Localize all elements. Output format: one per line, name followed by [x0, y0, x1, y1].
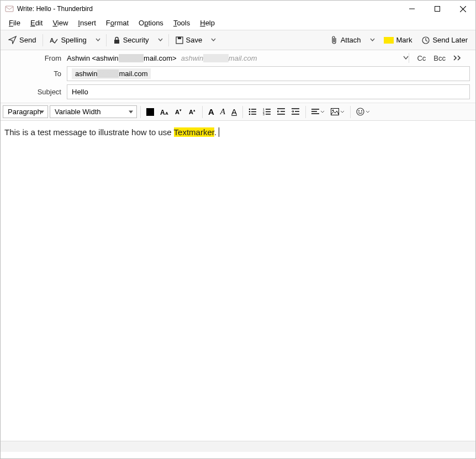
to-field[interactable]: ashwinxxxxxxmail.com — [67, 66, 470, 81]
svg-rect-2 — [435, 7, 440, 12]
chevron-down-icon — [366, 110, 370, 114]
menu-format[interactable]: Format — [101, 17, 134, 30]
outdent-button[interactable] — [275, 106, 288, 117]
window-title: Write: Hello - Thunderbird — [17, 5, 399, 13]
svg-rect-0 — [6, 6, 13, 12]
cc-button[interactable]: Cc — [417, 54, 426, 62]
send-icon — [8, 36, 17, 44]
window-controls — [399, 1, 475, 17]
subject-label: Subject — [6, 88, 67, 96]
font-larger-button[interactable]: A▴ — [187, 106, 199, 118]
svg-rect-37 — [331, 109, 339, 115]
spelling-dropdown[interactable] — [92, 35, 104, 45]
menu-file[interactable]: File — [4, 17, 25, 30]
send-button[interactable]: Send — [4, 33, 40, 47]
address-block: From Ashwin <ashwinxxxxxxxmail.com> ashw… — [1, 50, 475, 103]
highlighted-text: Textmarker — [174, 127, 214, 137]
svg-rect-8 — [178, 37, 181, 39]
bcc-button[interactable]: Bcc — [433, 54, 446, 62]
align-icon — [311, 109, 319, 115]
svg-text:▾: ▾ — [179, 108, 182, 112]
svg-text:A: A — [50, 37, 54, 44]
smiley-icon — [356, 108, 364, 116]
chevron-down-icon[interactable] — [403, 55, 409, 61]
font-smaller-icon: A▾ — [175, 108, 183, 116]
security-dropdown[interactable] — [155, 35, 166, 45]
svg-text:A: A — [160, 109, 165, 116]
attach-dropdown[interactable] — [367, 35, 378, 45]
spellcheck-icon: A — [50, 36, 58, 44]
menu-help[interactable]: Help — [195, 17, 220, 30]
outdent-icon — [277, 108, 285, 115]
insert-image-button[interactable] — [329, 106, 347, 117]
indent-button[interactable] — [289, 106, 302, 117]
menu-tools[interactable]: Tools — [168, 17, 195, 30]
chevron-down-icon — [211, 38, 216, 42]
font-smaller-button[interactable]: A▾ — [173, 106, 185, 118]
chevron-down-icon — [340, 110, 345, 114]
minimize-button[interactable] — [399, 1, 425, 17]
spelling-button[interactable]: A Spelling — [45, 33, 91, 47]
bold-icon: A — [208, 107, 214, 116]
close-button[interactable] — [450, 1, 475, 17]
svg-text:A: A — [175, 109, 179, 115]
chevron-down-icon — [96, 38, 101, 42]
save-button[interactable]: Save — [171, 33, 207, 47]
italic-button[interactable]: A — [218, 105, 228, 118]
toolbar: Send A Spelling Security Save Attach Mar… — [1, 30, 475, 50]
menu-view[interactable]: View — [47, 17, 73, 30]
paragraph-style-select[interactable]: Paragraph — [3, 105, 48, 118]
svg-text:▴: ▴ — [193, 108, 195, 112]
bullet-list-button[interactable] — [246, 106, 259, 117]
to-row: To ashwinxxxxxxmail.com — [6, 66, 470, 81]
titlebar: Write: Hello - Thunderbird — [1, 1, 475, 17]
svg-point-39 — [357, 108, 364, 115]
send-later-button[interactable]: Send Later — [417, 33, 472, 47]
clock-icon — [422, 36, 430, 44]
font-size-icon: AA — [160, 108, 169, 116]
number-list-icon: 123 — [263, 108, 271, 115]
maximize-button[interactable] — [425, 1, 450, 17]
svg-point-41 — [361, 110, 362, 111]
separator — [106, 34, 107, 46]
align-button[interactable] — [309, 107, 327, 117]
paperclip-icon — [330, 36, 338, 45]
svg-point-40 — [358, 110, 359, 111]
indent-icon — [292, 108, 300, 115]
chevron-down-icon — [370, 38, 375, 42]
svg-point-38 — [332, 110, 334, 111]
save-icon — [176, 36, 183, 44]
body-text: This is a test message to illustrate how… — [4, 127, 174, 137]
mark-button[interactable]: Mark — [379, 33, 417, 47]
svg-point-20 — [249, 114, 251, 115]
underline-button[interactable]: A — [229, 105, 239, 118]
number-list-button[interactable]: 123 — [261, 106, 273, 117]
separator — [168, 34, 169, 46]
menu-edit[interactable]: Edit — [25, 17, 47, 30]
expand-icon[interactable] — [453, 55, 463, 61]
from-value[interactable]: Ashwin <ashwinxxxxxxxmail.com> ashwinxxx… — [67, 54, 409, 62]
subject-field[interactable]: Hello — [67, 84, 470, 99]
text-color-button[interactable] — [146, 108, 154, 116]
recipient-type-buttons: Cc Bcc — [409, 53, 470, 63]
chevron-down-icon — [158, 38, 163, 42]
security-button[interactable]: Security — [109, 33, 154, 47]
attach-button[interactable]: Attach — [326, 33, 366, 47]
emoji-button[interactable] — [354, 106, 372, 118]
image-icon — [331, 108, 339, 115]
bold-button[interactable]: A — [206, 105, 216, 118]
app-icon — [5, 4, 14, 13]
chevron-down-icon — [320, 110, 325, 114]
lock-icon — [113, 36, 120, 44]
message-body[interactable]: This is a test message to illustrate how… — [1, 121, 475, 441]
menu-insert[interactable]: Insert — [73, 17, 101, 30]
menu-options[interactable]: Options — [134, 17, 168, 30]
font-family-select[interactable]: Variable Width — [50, 105, 137, 118]
bullet-list-icon — [248, 108, 257, 115]
font-size-reset-button[interactable]: AA — [158, 106, 171, 118]
from-row: From Ashwin <ashwinxxxxxxxmail.com> ashw… — [6, 53, 470, 63]
format-toolbar: Paragraph Variable Width AA A▾ A▴ A A A … — [1, 103, 475, 121]
to-label: To — [6, 70, 67, 78]
save-dropdown[interactable] — [208, 35, 219, 45]
text-cursor — [216, 127, 219, 137]
